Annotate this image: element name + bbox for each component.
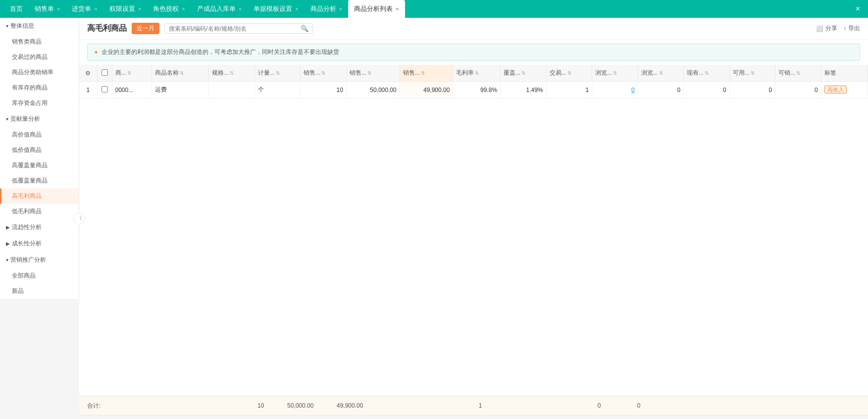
cell-checkbox[interactable]: [97, 82, 112, 98]
bottom-scrollbar[interactable]: [79, 415, 868, 419]
col-code[interactable]: 商... ⇅: [112, 65, 152, 82]
col-browse1[interactable]: 浏览... ⇅: [592, 65, 638, 82]
sidebar-section-growth[interactable]: ▶ 成长性分析: [0, 235, 79, 252]
footer-cell-browse2: [524, 400, 564, 411]
footer-cell-gross-margin: [366, 400, 406, 411]
footer-cell-sale-qty: 10: [227, 400, 267, 411]
col-available[interactable]: 可用... ⇅: [729, 65, 775, 82]
nav-analysis-list[interactable]: 商品分析列表 ×: [348, 0, 405, 18]
sidebar-item-low-coverage[interactable]: 低覆盖量商品: [0, 173, 79, 188]
nav-close-permission[interactable]: ×: [138, 6, 141, 12]
col-saleable[interactable]: 可销... ⇅: [775, 65, 821, 82]
search-box: 🔍: [164, 23, 313, 34]
nav-close-template[interactable]: ×: [295, 6, 298, 12]
nav-close-analysis-list[interactable]: ×: [396, 6, 399, 12]
sidebar-section-overall[interactable]: ▾ 整体信息: [0, 18, 79, 34]
main-layout: ▾ 整体信息 销售类商品 交易过的商品 商品分类助销率 有库存的商品 库存资金占…: [0, 18, 868, 419]
sidebar-item-high-coverage[interactable]: 高覆盖量商品: [0, 158, 79, 173]
sidebar-item-high-value[interactable]: 高价值商品: [0, 127, 79, 142]
cell-sale-qty: 10: [301, 82, 347, 98]
sort-icon-spec: ⇅: [230, 70, 234, 76]
sidebar-item-stock-capital[interactable]: 库存资金占用: [0, 95, 79, 111]
sidebar-item-low-margin[interactable]: 低毛利商品: [0, 204, 79, 219]
col-trade[interactable]: 交易... ⇅: [546, 65, 592, 82]
sidebar-item-category-rate[interactable]: 商品分类助销率: [0, 65, 79, 80]
sort-icon-unit: ⇅: [276, 70, 280, 76]
sort-icon-sale-amount: ⇅: [367, 70, 371, 76]
nav-close-purchase[interactable]: ×: [94, 6, 97, 12]
sort-icon-available: ⇅: [751, 70, 755, 76]
share-button[interactable]: ⬜ 分享: [816, 24, 837, 33]
sidebar-container: ▾ 整体信息 销售类商品 交易过的商品 商品分类助销率 有库存的商品 库存资金占…: [0, 18, 79, 419]
col-gross-margin[interactable]: 毛利率 ⇅: [453, 65, 501, 82]
sort-icon-browse2: ⇅: [659, 70, 663, 76]
sidebar-item-traded-goods[interactable]: 交易过的商品: [0, 49, 79, 65]
col-unit[interactable]: 计量... ⇅: [255, 65, 301, 82]
nav-purchase[interactable]: 进货单 ×: [66, 0, 103, 18]
col-spec[interactable]: 规格... ⇅: [209, 65, 255, 82]
sort-icon-saleable: ⇅: [796, 70, 800, 76]
col-settings[interactable]: ⚙: [79, 65, 97, 82]
col-current[interactable]: 现有... ⇅: [684, 65, 730, 82]
share-icon: ⬜: [816, 25, 823, 32]
filter-button[interactable]: 近一月: [132, 23, 159, 34]
sort-icon-sale-profit: ⇅: [421, 70, 425, 76]
sort-icon-name: ⇅: [180, 70, 184, 76]
table-wrapper: ⚙ 商... ⇅ 商品名称: [79, 65, 868, 396]
sidebar-section-contribution[interactable]: ▾ 贡献量分析: [0, 111, 79, 127]
nav-role[interactable]: 角色授权 ×: [147, 0, 191, 18]
footer-total: 合计: 10 50,000.00 49,900.00 1: [79, 396, 868, 415]
top-nav: 首页 销售单 × 进货单 × 权限设置 × 角色授权 × 产成品入库单 × 单据…: [0, 0, 868, 18]
sidebar-item-low-value[interactable]: 低价值商品: [0, 142, 79, 158]
cell-unit: 个: [255, 82, 301, 98]
data-table: ⚙ 商... ⇅ 商品名称: [79, 65, 868, 98]
footer-cell-sale-profit: 49,900.00: [316, 400, 366, 411]
page-title: 高毛利商品: [87, 23, 127, 34]
row-checkbox[interactable]: [102, 86, 108, 93]
select-all-checkbox[interactable]: [102, 69, 108, 76]
window-close-button[interactable]: ×: [852, 4, 864, 13]
col-coverage[interactable]: 覆盖... ⇅: [501, 65, 547, 82]
cell-browse1[interactable]: 0: [592, 82, 638, 98]
cell-index: 1: [79, 82, 97, 98]
nav-close-role[interactable]: ×: [182, 6, 185, 12]
col-sale-profit[interactable]: 销售... ⇅: [400, 65, 453, 82]
col-sale-amount[interactable]: 销售... ⇅: [346, 65, 400, 82]
sidebar-collapse-button[interactable]: 《: [73, 213, 85, 225]
cell-code: 0000...: [112, 82, 152, 98]
col-tag[interactable]: 标签: [821, 65, 868, 82]
export-icon: ↑: [843, 25, 846, 32]
sidebar-section-trend[interactable]: ▶ 流趋性分析: [0, 219, 79, 235]
table-row: 1 0000... 运费: [79, 82, 868, 98]
cell-available: 0: [729, 82, 775, 98]
nav-permission[interactable]: 权限设置 ×: [103, 0, 147, 18]
col-name[interactable]: 商品名称 ⇅: [152, 65, 209, 82]
nav-close-sales[interactable]: ×: [57, 6, 60, 12]
sidebar-item-sales-goods[interactable]: 销售类商品: [0, 34, 79, 49]
col-browse2[interactable]: 浏览... ⇅: [638, 65, 684, 82]
nav-close-product-storage[interactable]: ×: [239, 6, 242, 12]
search-input[interactable]: [169, 25, 301, 32]
nav-home[interactable]: 首页: [4, 0, 29, 18]
sidebar: ▾ 整体信息 销售类商品 交易过的商品 商品分类助销率 有库存的商品 库存资金占…: [0, 18, 79, 299]
info-banner: ✦ 企业的主要的利润都是这部分商品创造的，可考虑加大推广，同时关注库存是不要出现…: [87, 44, 860, 61]
nav-analysis[interactable]: 商品分析 ×: [305, 0, 348, 18]
sidebar-section-marketing[interactable]: ▾ 营销推广分析: [0, 252, 79, 268]
col-checkbox[interactable]: [97, 65, 112, 82]
nav-close-analysis[interactable]: ×: [339, 6, 342, 12]
col-sale-qty[interactable]: 销售... ⇅: [301, 65, 347, 82]
nav-sales[interactable]: 销售单 ×: [29, 0, 66, 18]
search-icon[interactable]: 🔍: [301, 25, 308, 32]
sort-icon-browse1: ⇅: [613, 70, 617, 76]
sidebar-item-in-stock[interactable]: 有库存的商品: [0, 80, 79, 95]
footer-cell-current: 0: [564, 400, 604, 411]
sidebar-item-high-margin[interactable]: 高毛利商品: [0, 188, 79, 204]
cell-sale-profit: 49,900.00: [400, 82, 453, 98]
cell-saleable: 0: [775, 82, 821, 98]
export-button[interactable]: ↑ 导出: [843, 24, 860, 33]
cell-coverage: 1.49%: [501, 82, 547, 98]
sidebar-item-new-goods[interactable]: 新品: [0, 283, 79, 299]
sidebar-item-all-goods[interactable]: 全部商品: [0, 268, 79, 283]
nav-product-storage[interactable]: 产成品入库单 ×: [191, 0, 248, 18]
nav-template[interactable]: 单据模板设置 ×: [248, 0, 304, 18]
